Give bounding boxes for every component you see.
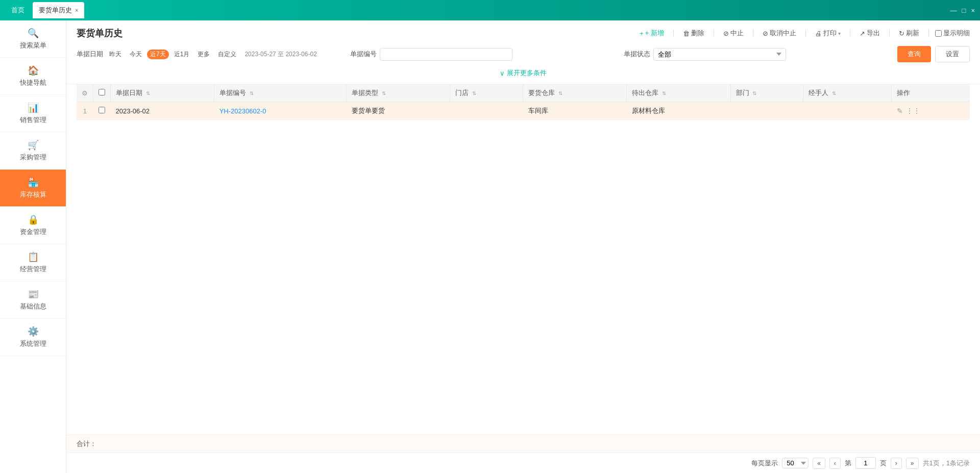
new-button[interactable]: + + 新增: [636, 27, 667, 40]
table-body: 1 2023-06-02 YH-20230602-0 要货单要货 车间库 原材料…: [77, 102, 970, 120]
table-col-settings[interactable]: ⚙: [77, 84, 93, 102]
table-col-number[interactable]: 单据编号 ⇅: [214, 84, 347, 102]
system-icon: ⚙️: [28, 326, 39, 337]
cancel-stop-label: 取消中止: [770, 29, 796, 38]
refresh-button[interactable]: ↻ 刷新: [896, 27, 922, 40]
sidebar-item-finance-label: 资金管理: [20, 227, 46, 236]
col-type-label: 单据类型: [352, 89, 378, 97]
delete-label: 删除: [691, 29, 704, 38]
per-page-select[interactable]: 10 20 50 100: [782, 458, 808, 468]
display-detail-checkbox[interactable]: [935, 30, 942, 37]
operations-icon: 📋: [28, 251, 39, 263]
sidebar-item-search-label: 搜索菜单: [20, 41, 46, 50]
sort-handler-icon: ⇅: [832, 90, 836, 96]
purchase-icon: 🛒: [28, 139, 39, 151]
query-button[interactable]: 查询: [897, 46, 931, 62]
print-dropdown-icon: ▾: [838, 31, 841, 36]
row-number-link[interactable]: YH-20230602-0: [219, 107, 266, 115]
date-opt-custom[interactable]: 自定义: [215, 50, 239, 59]
export-button[interactable]: ↗ 导出: [856, 27, 883, 40]
divider-3: [753, 30, 753, 37]
sidebar-item-shortcut-label: 快捷导航: [20, 78, 46, 87]
row-type: 要货单要货: [347, 102, 450, 120]
export-icon: ↗: [860, 30, 865, 37]
sort-req-warehouse-icon: ⇅: [558, 90, 562, 96]
print-icon: 🖨: [815, 30, 822, 37]
tab-requisition-history[interactable]: 要货单历史 ×: [33, 2, 84, 18]
select-all-checkbox[interactable]: [99, 89, 105, 96]
delete-icon: 🗑: [683, 30, 690, 37]
refresh-icon: ↻: [899, 30, 904, 37]
sidebar-item-operations[interactable]: 📋 经营管理: [0, 244, 66, 281]
next-page-button[interactable]: ›: [891, 458, 902, 469]
row-edit-icon[interactable]: ✎: [897, 107, 903, 115]
date-opt-more[interactable]: 更多: [194, 50, 213, 59]
sort-store-icon: ⇅: [472, 90, 476, 96]
print-button[interactable]: 🖨 打印 ▾: [812, 27, 844, 40]
display-detail-toggle[interactable]: 显示明细: [935, 29, 970, 38]
action-icons: ✎ ⋮⋮: [897, 107, 965, 115]
delete-button[interactable]: 🗑 删除: [680, 27, 707, 40]
sidebar-item-shortcut[interactable]: 🏠 快捷导航: [0, 58, 66, 95]
table-col-date[interactable]: 单据日期 ⇅: [111, 84, 214, 102]
col-actions-label: 操作: [897, 89, 910, 97]
row-number: YH-20230602-0: [214, 102, 347, 120]
doc-status-select[interactable]: 全部 草稿 审核中 已审核 已完成: [653, 48, 786, 61]
last-page-button[interactable]: »: [906, 458, 919, 469]
table-col-pending-warehouse[interactable]: 待出仓库 ⇅: [627, 84, 730, 102]
stop-icon: ⊘: [723, 30, 729, 37]
base-icon: 📰: [28, 289, 39, 300]
tab-home[interactable]: 首页: [5, 2, 31, 18]
page-number-input[interactable]: [855, 457, 876, 469]
tab-close-icon[interactable]: ×: [75, 7, 78, 13]
date-range-display: 2023-05-27 至 2023-06-02: [244, 50, 316, 59]
close-button[interactable]: ×: [971, 7, 975, 14]
filter-row-1: 单据日期 昨天 今天 近7天 近1月 更多 自定义 2023-05-27 至 2…: [77, 46, 970, 62]
stop-button[interactable]: ⊘ 中止: [720, 27, 747, 40]
date-opt-1month[interactable]: 近1月: [171, 50, 193, 59]
sidebar-item-system-label: 系统管理: [20, 339, 46, 348]
sort-number-icon: ⇅: [250, 90, 254, 96]
table-col-handler[interactable]: 经手人 ⇅: [803, 84, 892, 102]
main-layout: 🔍 搜索菜单 🏠 快捷导航 📊 销售管理 🛒 采购管理 🏪 库存核算 🔒 资金管…: [0, 20, 980, 473]
refresh-label: 刷新: [906, 29, 919, 38]
settings-button[interactable]: 设置: [935, 46, 970, 62]
col-date-label: 单据日期: [116, 89, 142, 97]
sidebar-item-finance[interactable]: 🔒 资金管理: [0, 207, 66, 244]
date-opt-yesterday[interactable]: 昨天: [106, 50, 125, 59]
sidebar-item-sales[interactable]: 📊 销售管理: [0, 95, 66, 132]
sidebar-item-search[interactable]: 🔍 搜索菜单: [0, 20, 66, 58]
table-col-type[interactable]: 单据类型 ⇅: [347, 84, 450, 102]
row-more-icon[interactable]: ⋮⋮: [906, 107, 920, 115]
sort-department-icon: ⇅: [752, 90, 756, 96]
doc-number-input[interactable]: [380, 48, 512, 61]
table-col-store[interactable]: 门店 ⇅: [450, 84, 523, 102]
sidebar-item-purchase[interactable]: 🛒 采购管理: [0, 132, 66, 170]
row-index: 1: [77, 102, 93, 120]
table-row: 1 2023-06-02 YH-20230602-0 要货单要货 车间库 原材料…: [77, 102, 970, 120]
cancel-stop-button[interactable]: ⊘ 取消中止: [760, 27, 799, 40]
sidebar-item-system[interactable]: ⚙️ 系统管理: [0, 319, 66, 356]
sidebar-item-base[interactable]: 📰 基础信息: [0, 281, 66, 319]
date-opt-today[interactable]: 今天: [127, 50, 145, 59]
row-checkbox[interactable]: [99, 107, 105, 113]
page-prefix-label: 第: [845, 459, 851, 468]
first-page-button[interactable]: «: [813, 458, 825, 469]
sort-pending-warehouse-icon: ⇅: [662, 90, 666, 96]
doc-date-label: 单据日期: [77, 50, 103, 59]
expand-more-button[interactable]: ∨ 展开更多条件: [77, 66, 970, 80]
sidebar-item-inventory-label: 库存核算: [20, 190, 46, 199]
minimize-button[interactable]: —: [950, 7, 957, 14]
maximize-button[interactable]: □: [962, 7, 966, 14]
sidebar-item-sales-label: 销售管理: [20, 115, 46, 125]
col-store-label: 门店: [455, 89, 469, 97]
prev-page-button[interactable]: ‹: [829, 458, 841, 469]
row-checkbox-cell: [93, 102, 111, 120]
sidebar-item-inventory[interactable]: 🏪 库存核算: [0, 170, 66, 207]
table-col-req-warehouse[interactable]: 要货仓库 ⇅: [523, 84, 627, 102]
table-col-checkbox: [93, 84, 111, 102]
date-opt-7days[interactable]: 近7天: [147, 50, 169, 59]
content-area: 要货单历史 + + 新增 🗑 删除 ⊘ 中止 ⊘: [66, 20, 980, 473]
filter-area: 单据日期 昨天 今天 近7天 近1月 更多 自定义 2023-05-27 至 2…: [66, 40, 980, 84]
table-col-department[interactable]: 部门 ⇅: [730, 84, 803, 102]
